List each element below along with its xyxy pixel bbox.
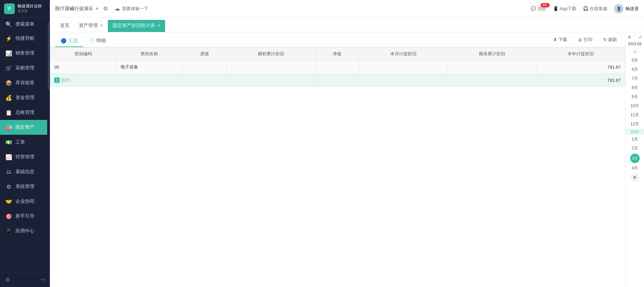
experience-button[interactable]: ☁ 我要体验一下 [115,5,148,12]
sidebar-item-ledger-label: 总账管理 [16,109,34,116]
main-content: 医疗器械行业演示 ▼ ⚙ ☁ 我要体验一下 💬 消息 99+ 📱 App下载 🎧… [50,0,644,287]
service-icon: 🎧 [583,6,588,11]
sidebar-item-system[interactable]: ⚙ 系统管理 [0,179,47,194]
sidebar-nav: 🔍 搜索菜单 ⚡ 快捷导航 📊 销售管理 🛒 采购管理 📦 库存核算 💰 [0,18,47,272]
message-badge: 99+ [541,3,550,7]
scrollbar-thumb[interactable] [48,22,49,90]
logo-subtitle: 普及版 [18,9,42,13]
sales-icon: 📊 [5,50,12,57]
app-download-button[interactable]: 📱 App下载 [553,6,576,12]
date-month-1[interactable]: 1月 [625,135,644,144]
col-header-end-acc: 期末累计折旧 [448,47,536,61]
date-month-2[interactable]: 2月 [625,144,644,153]
sidebar-item-search[interactable]: 🔍 搜索菜单 [0,18,47,31]
date-panel: ✕ ⤢ 2023.03 ▲ 5月 6月 7月 8月 9月 10月 11月 12月… [625,32,644,287]
sub-tab-detail[interactable]: 📄 明细 [83,35,111,47]
subtotal-label-cell: Σ 合计： [50,74,183,87]
year-2023-badge: 2023 [625,129,644,135]
sidebar-item-inventory-label: 库存核算 [16,80,34,86]
date-month-12[interactable]: 12月 [625,120,644,129]
purchase-icon: 🛒 [5,65,12,71]
company-name: 医疗器械行业演示 [55,6,93,12]
sidebar-item-basic-info[interactable]: 🗂 基础信息 [0,164,47,179]
sidebar-footer: ⚙ ⊣ [0,272,50,287]
company-selector[interactable]: 医疗器械行业演示 ▼ [55,6,99,12]
close-panel-icon[interactable]: ✕ [627,34,632,40]
subtotal-end-acc [448,74,536,87]
expand-panel-icon[interactable]: ⤢ [639,35,642,39]
settings-gear-icon[interactable]: ⚙ [5,277,10,283]
tab-home-label: 首页 [60,23,69,29]
date-month-7[interactable]: 7月 [625,74,644,83]
date-month-4[interactable]: 4月 [625,164,644,173]
sidebar-item-guide[interactable]: 🎯 新手引导 [0,209,47,224]
sidebar-item-purchase[interactable]: 🛒 采购管理 [0,61,47,75]
subtotal-icon: Σ [54,77,60,83]
search-icon: 🔍 [5,21,12,28]
current-date-label: 2023.03 [625,41,644,46]
depreciation-table: 类别编码 类别名称 原值 期初累计折旧 净值 本月计提折旧 期末累计折旧 本年计… [50,47,625,87]
sidebar-item-guide-label: 新手引导 [16,213,34,219]
row-name: 电子设备 [116,61,183,74]
tab-asset-management-close[interactable]: ✕ [100,24,103,28]
sidebar-item-finance[interactable]: 💰 资金管理 [0,90,47,105]
detail-icon: 📄 [89,38,94,43]
cooperation-icon: 🤝 [5,198,12,205]
data-table-container: 类别编码 类别名称 原值 期初累计折旧 净值 本月计提折旧 期末累计折旧 本年计… [50,47,625,287]
sidebar-item-quick-nav[interactable]: ⚡ 快捷导航 [0,31,47,46]
subtotal-annual: 791.67 [536,74,625,87]
sidebar-item-payroll-label: 工资 [16,139,25,145]
date-month-10[interactable]: 10月 [625,101,644,110]
sidebar-item-ledger[interactable]: 📋 总账管理 [0,105,47,120]
sidebar-item-inventory[interactable]: 📦 库存核算 [0,75,47,90]
date-month-5[interactable]: 5月 [625,56,644,65]
print-button[interactable]: 🖨 打印 [575,35,595,44]
tab-home[interactable]: 首页 [55,20,74,32]
subtotal-row: Σ 合计： 791.67 [50,74,625,87]
sidebar-item-payroll[interactable]: 💵 工资 [0,135,47,150]
sidebar-item-basic-info-label: 基础信息 [16,169,34,175]
tab-depreciation-report[interactable]: 固定资产折旧统计表 ✕ [108,20,165,32]
sidebar: 财 畅捷通好业财 普及版 🔍 搜索菜单 ⚡ 快捷导航 📊 销售管理 🛒 采购管理 [0,0,50,287]
company-arrow-icon: ▼ [95,6,99,11]
subtotal-original [183,74,226,87]
ledger-icon: 📋 [5,109,12,116]
logo-text: 畅捷通好业财 普及版 [18,4,42,14]
topbar-right: 💬 消息 99+ 📱 App下载 🎧 在线客服 👤 畅捷通 [531,4,639,13]
tab-depreciation-report-close[interactable]: ✕ [157,24,160,28]
refresh-button[interactable]: ↻ 刷新 [601,35,620,44]
sidebar-item-finance-label: 资金管理 [16,95,34,101]
download-icon: ⬇ [553,37,557,42]
date-prev-nav[interactable]: ▲ [631,47,639,55]
sidebar-item-sales[interactable]: 📊 销售管理 [0,46,47,61]
collapse-icon[interactable]: ⊣ [40,277,44,283]
print-label: 打印 [584,37,592,43]
download-button[interactable]: ⬇ 下载 [551,35,570,44]
online-service-button[interactable]: 🎧 在线客服 [583,6,607,12]
topbar: 医疗器械行业演示 ▼ ⚙ ☁ 我要体验一下 💬 消息 99+ 📱 App下载 🎧… [50,0,644,18]
subtotal-monthly [359,74,448,87]
date-month-11[interactable]: 11月 [625,110,644,120]
app-center-icon: 📱 [5,228,12,234]
user-menu[interactable]: 👤 畅捷通 [614,4,639,13]
app-download-icon: 📱 [553,6,558,11]
logo-icon: 财 [4,3,15,14]
sidebar-item-app-center-label: 应用中心 [16,228,34,234]
tab-asset-management-label: 资产管理 [79,23,98,29]
sidebar-item-operations[interactable]: 📈 经营管理 [0,150,47,164]
sub-tab-summary[interactable]: 🔵 汇总 [55,35,83,47]
sidebar-item-app-center[interactable]: 📱 应用中心 [0,224,47,238]
sidebar-item-cooperation[interactable]: 🤝 企业协同 [0,194,47,209]
sidebar-item-fixed-assets[interactable]: 🏭 固定资产 [0,120,47,135]
date-month-9[interactable]: 9月 [625,92,644,101]
date-month-8[interactable]: 8月 [625,83,644,92]
message-button[interactable]: 💬 消息 99+ [531,6,546,12]
row-original-value [183,61,226,74]
content-main: 🔵 汇总 📄 明细 ⬇ 下载 🖨 打印 [50,32,625,287]
tab-asset-management[interactable]: 资产管理 ✕ [74,20,108,32]
date-next-nav[interactable]: ▼ [631,173,639,182]
topbar-settings-icon[interactable]: ⚙ [103,5,108,12]
finance-icon: 💰 [5,94,12,101]
date-month-6[interactable]: 6月 [625,65,644,74]
date-month-3-active[interactable]: 3月 [630,154,640,163]
